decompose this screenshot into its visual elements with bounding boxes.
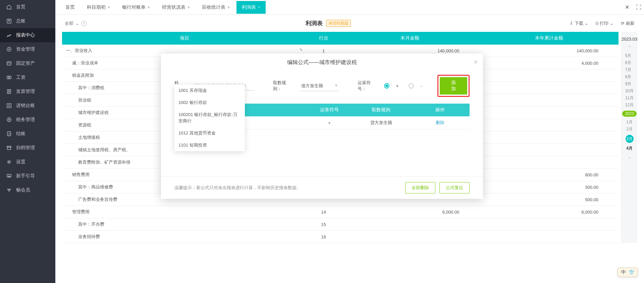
dropdown-item[interactable]: 1101 短期投资 [174,139,245,151]
sidebar-item-tax[interactable]: 税务管理 [0,113,55,127]
close-icon[interactable]: × [148,5,150,10]
svg-rect-6 [7,104,11,108]
dropdown-item[interactable]: 100201 银行存款_银行存款-万安商行 [174,109,245,127]
fcol-action: 操作 [411,104,470,116]
member-icon [6,187,12,193]
filter-dropdown[interactable]: 全部 ⌄ ? [65,20,87,26]
dropdown-item[interactable]: 1002 银行存款 [174,97,245,109]
month-item[interactable]: 11月 [625,95,634,102]
close-book-icon [6,131,12,137]
cell-year [479,107,619,119]
month-item[interactable]: 6月 [625,59,634,66]
month-next[interactable]: 4月 [626,145,633,152]
month-item[interactable]: 12月 [625,102,634,109]
print-button[interactable]: ⎙打印⌄ [596,20,613,26]
radio-minus[interactable] [409,83,414,89]
home-icon [6,4,12,10]
fcol-rule: 取数规则 [352,104,411,116]
cell-year: 140,000.00 [479,45,619,57]
sidebar-item-inout[interactable]: 进销台账 [0,99,55,113]
action-label: 打印 [600,20,608,26]
table-row[interactable]: 其中：开办费15 [62,218,619,231]
tabs-close-button[interactable]: ✕ [622,1,632,13]
sidebar-item-fund[interactable]: 资金管理 [0,42,55,56]
year-current: 2023.03 [621,35,638,43]
cell-year [479,231,619,243]
cell-year [479,82,619,94]
subject-dropdown[interactable]: 1001 库存现金1002 银行存款100201 银行存款_银行存款-万安商行1… [174,84,245,151]
sidebar-item-guide[interactable]: 新手引导 [0,169,55,183]
tab-label: 科目期初 [87,4,106,10]
add-button[interactable]: 添加 [440,77,467,95]
tab-label: 经营状况表 [162,4,185,10]
print-icon: ⎙ [596,21,598,26]
month-item[interactable]: 2月 [626,126,633,133]
tab-receivable-stats[interactable]: 应收统计表× [197,1,235,14]
month-item[interactable]: 9月 [625,80,634,88]
month-active[interactable]: 3月 [626,135,634,143]
radio-plus[interactable] [384,83,389,89]
fullscreen-icon[interactable]: ⛶ [633,2,644,13]
close-icon[interactable]: × [187,5,190,10]
cell-year [479,119,619,131]
sidebar-item-archive[interactable]: 归档管理 [0,141,55,155]
fund-icon [6,46,12,52]
footer-tip: 温馨提示：新公式只对未出报表进行计算，不影响历史报表数据。 [174,185,401,191]
archive-icon [6,145,12,151]
sidebar-item-report[interactable]: 报表中心 [0,28,55,42]
tab-bank-statement[interactable]: 银行对账单× [117,1,155,14]
chevron-down-icon: ⌄ [610,21,613,26]
sidebar-item-ledger[interactable]: 总账 [0,14,55,28]
close-icon[interactable]: × [108,5,110,10]
guide-icon [6,173,12,179]
add-button-highlight: 添加 [437,75,470,97]
svg-point-4 [8,77,10,78]
dropdown-item[interactable]: 1001 库存现金 [174,84,245,97]
refresh-button[interactable]: ⟳刷新 [621,20,635,26]
tab-label: 应收统计表 [202,4,225,10]
close-icon[interactable]: × [258,5,260,10]
sidebar-item-asset[interactable]: 固定资产 [0,56,55,70]
edit-icon[interactable]: ✎ [300,48,303,52]
sidebar-item-label: 税务管理 [16,117,35,123]
month-item[interactable]: 7月 [625,66,634,73]
month-item[interactable]: 10月 [625,88,634,95]
modal-title: 编辑公式——城市维护建设税 [287,59,357,65]
sidebar-item-label: 畅会员 [16,187,30,193]
tab-label: 银行对账单 [122,4,146,10]
modal-close-button[interactable]: × [474,58,478,66]
month-down-button[interactable]: ⌄ [628,154,632,159]
chevron-down-icon: ⌄ [75,21,79,26]
sidebar-item-home[interactable]: 首页 [0,0,55,14]
gear-icon [6,159,12,165]
table-row[interactable]: 管理费用146,000.006,000.00 [62,206,619,218]
reset-formula-button[interactable]: 公式复位 [439,182,470,193]
month-item[interactable]: 8月 [625,73,634,80]
sidebar-item-settings[interactable]: 设置 [0,155,55,169]
close-icon[interactable]: × [227,5,230,10]
month-item[interactable]: 1月 [626,119,633,126]
dropdown-item[interactable]: 1012 其他货币资金 [174,127,245,139]
month-item[interactable]: 5月 [625,52,634,59]
tab-home[interactable]: 首页 [60,1,80,14]
sidebar-item-invoice[interactable]: 发票管理 [0,84,55,99]
delete-all-button[interactable]: 全部删除 [405,182,435,193]
table-row[interactable]: 业务招待费16 [62,231,619,243]
tab-profit[interactable]: 利润表× [236,1,266,14]
month-up-button[interactable]: ⌃ [628,45,632,50]
download-button[interactable]: ⇩下载⌄ [570,20,588,26]
delete-link[interactable]: 删除 [436,120,444,125]
ime-indicator[interactable]: 中 👕 [618,268,638,277]
sidebar-item-salary[interactable]: 工资 [0,70,55,84]
refresh-icon: ⟳ [621,21,625,26]
sidebar-item-member[interactable]: 畅会员 [0,183,55,197]
rule-select[interactable]: 借方发生额▾ [300,81,339,91]
year-pill[interactable]: 2023 [622,111,637,117]
page-title: 利润表 [306,19,323,27]
filter-label: 全部 [65,20,73,26]
toolbar: 全部 ⌄ ? 利润表 未结转损益 ⇩下载⌄ ⎙打印⌄ ⟳刷新 [55,15,644,32]
info-icon[interactable]: ? [81,21,87,26]
tab-business-status[interactable]: 经营状况表× [157,1,195,14]
tab-subject-init[interactable]: 科目期初× [82,1,115,14]
sidebar-item-close[interactable]: 结账 [0,127,55,141]
